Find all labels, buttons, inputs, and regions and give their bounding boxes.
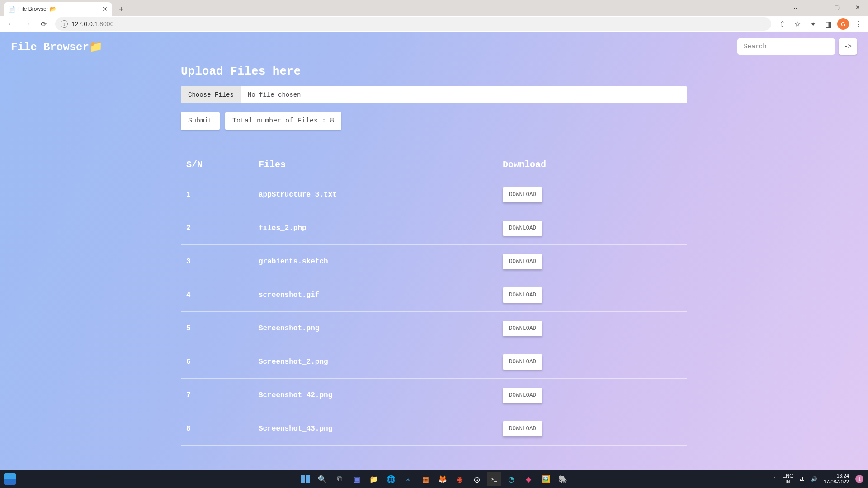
row-sn: 4 [186, 291, 259, 299]
table-row: 2files_2.phpDOWNLOAD [181, 211, 687, 245]
address-bar: ← → ⟳ i 127.0.0.1:8000 ⇧ ☆ ✦ ◨ G ⋮ [0, 16, 868, 32]
edge-icon[interactable]: ◔ [504, 472, 519, 486]
download-button[interactable]: DOWNLOAD [503, 421, 542, 436]
start-icon[interactable] [298, 472, 312, 486]
chrome-icon[interactable]: 🌐 [384, 472, 398, 486]
table-header: S/N Files Download [181, 152, 687, 178]
row-filename: grabients.sketch [259, 258, 503, 266]
volume-icon[interactable]: 🔊 [811, 476, 817, 482]
download-button[interactable]: DOWNLOAD [503, 187, 542, 202]
table-row: 7Screenshot_42.pngDOWNLOAD [181, 379, 687, 412]
app-icon[interactable]: ▣ [349, 472, 364, 486]
photos-icon[interactable]: 🖼️ [538, 472, 553, 486]
chevron-down-icon[interactable]: ⌄ [785, 0, 806, 14]
url-text: 127.0.0.1:8000 [71, 20, 113, 28]
main-section: Upload Files here Choose Files No file c… [181, 55, 687, 446]
vscode-icon[interactable]: ⟁ [401, 472, 415, 486]
table-row: 5Screenshot.pngDOWNLOAD [181, 312, 687, 345]
widgets-icon[interactable] [3, 472, 17, 486]
row-filename: files_2.php [259, 224, 503, 232]
taskbar-center: 🔍 ⧉ ▣ 📁 🌐 ⟁ ▦ 🦊 ◉ ◎ >_ ◔ ◆ 🖼️ 🐘 [298, 472, 570, 486]
row-sn: 2 [186, 224, 259, 232]
row-filename: Screenshot_2.png [259, 358, 503, 366]
pgadmin-icon[interactable]: 🐘 [556, 472, 570, 486]
download-button[interactable]: DOWNLOAD [503, 254, 542, 269]
col-files: Files [259, 160, 503, 170]
profile-avatar[interactable]: G [837, 18, 849, 30]
download-button[interactable]: DOWNLOAD [503, 354, 542, 370]
table-row: 1appStructure_3.txtDOWNLOAD [181, 178, 687, 211]
language-indicator[interactable]: ENG IN [783, 473, 793, 485]
page-content: File Browser📁 -> Upload Files here Choos… [0, 32, 868, 470]
file-picker[interactable]: Choose Files No file chosen [181, 86, 687, 103]
download-button[interactable]: DOWNLOAD [503, 321, 542, 336]
notification-badge[interactable]: 1 [855, 475, 863, 483]
new-tab-button[interactable]: + [115, 3, 127, 16]
bookmark-icon[interactable]: ☆ [791, 18, 804, 30]
terminal-icon[interactable]: >_ [487, 472, 501, 486]
col-sn: S/N [186, 160, 259, 170]
browser-chrome: ⌄ ― ▢ ✕ 📄 File Browser 📂 ✕ + ← → ⟳ i 127… [0, 0, 868, 32]
menu-icon[interactable]: ⋮ [852, 18, 864, 30]
tab-title: File Browser 📂 [18, 6, 57, 12]
extensions-icon[interactable]: ✦ [807, 18, 819, 30]
tab-bar: 📄 File Browser 📂 ✕ + [0, 0, 868, 16]
url-field[interactable]: i 127.0.0.1:8000 [55, 17, 771, 31]
back-button[interactable]: ← [4, 17, 18, 31]
row-filename: appStructure_3.txt [259, 191, 503, 199]
taskbar-right: ˄ ENG IN 🖧 🔊 16:24 17-08-2022 1 [774, 473, 863, 485]
minimize-icon[interactable]: ― [806, 0, 826, 14]
download-button[interactable]: DOWNLOAD [503, 388, 542, 403]
browser-tab[interactable]: 📄 File Browser 📂 ✕ [4, 2, 112, 16]
window-controls: ⌄ ― ▢ ✕ [785, 0, 868, 14]
taskbar: 🔍 ⧉ ▣ 📁 🌐 ⟁ ▦ 🦊 ◉ ◎ >_ ◔ ◆ 🖼️ 🐘 ˄ ENG IN… [0, 470, 868, 488]
close-window-icon[interactable]: ✕ [847, 0, 868, 14]
row-sn: 1 [186, 191, 259, 199]
upload-heading: Upload Files here [181, 65, 687, 78]
file-picker-status: No file chosen [241, 86, 307, 103]
row-filename: screenshot.gif [259, 291, 503, 299]
clock[interactable]: 16:24 17-08-2022 [824, 473, 849, 485]
row-sn: 5 [186, 324, 259, 333]
network-icon[interactable]: 🖧 [800, 476, 805, 482]
table-row: 3grabients.sketchDOWNLOAD [181, 245, 687, 278]
app2-icon[interactable]: ◆ [521, 472, 536, 486]
row-sn: 6 [186, 358, 259, 366]
row-filename: Screenshot.png [259, 324, 503, 333]
search-taskbar-icon[interactable]: 🔍 [315, 472, 330, 486]
row-filename: Screenshot_42.png [259, 391, 503, 399]
row-sn: 7 [186, 391, 259, 399]
search-input[interactable] [737, 38, 835, 55]
file-table: S/N Files Download 1appStructure_3.txtDO… [181, 152, 687, 446]
brave-icon[interactable]: ◉ [453, 472, 467, 486]
file-count-badge: Total number of Files : 8 [225, 112, 341, 130]
table-row: 6Screenshot_2.pngDOWNLOAD [181, 345, 687, 379]
tray-chevron-icon[interactable]: ˄ [774, 476, 776, 482]
close-tab-icon[interactable]: ✕ [102, 5, 108, 13]
page-topbar: File Browser📁 -> [11, 38, 857, 55]
tab-favicon-icon: 📄 [8, 5, 15, 13]
search-button[interactable]: -> [839, 38, 857, 55]
row-filename: Screenshot_43.png [259, 425, 503, 433]
row-sn: 8 [186, 425, 259, 433]
taskview-icon[interactable]: ⧉ [332, 472, 347, 486]
choose-files-button[interactable]: Choose Files [181, 86, 241, 103]
explorer-icon[interactable]: 📁 [367, 472, 381, 486]
row-sn: 3 [186, 258, 259, 266]
chrome-canary-icon[interactable]: ◎ [470, 472, 484, 486]
xampp-icon[interactable]: ▦ [418, 472, 433, 486]
toolbar-right-icons: ⇧ ☆ ✦ ◨ G ⋮ [776, 18, 864, 30]
sidepanel-icon[interactable]: ◨ [822, 18, 835, 30]
firefox-icon[interactable]: 🦊 [435, 472, 450, 486]
reload-button[interactable]: ⟳ [36, 17, 51, 31]
brand-title: File Browser📁 [11, 40, 103, 53]
download-button[interactable]: DOWNLOAD [503, 221, 542, 236]
share-icon[interactable]: ⇧ [776, 18, 788, 30]
col-download: Download [503, 160, 682, 170]
action-row: Submit Total number of Files : 8 [181, 112, 687, 130]
maximize-icon[interactable]: ▢ [826, 0, 847, 14]
site-info-icon[interactable]: i [61, 20, 68, 28]
forward-button[interactable]: → [20, 17, 34, 31]
submit-button[interactable]: Submit [181, 112, 220, 130]
download-button[interactable]: DOWNLOAD [503, 287, 542, 303]
